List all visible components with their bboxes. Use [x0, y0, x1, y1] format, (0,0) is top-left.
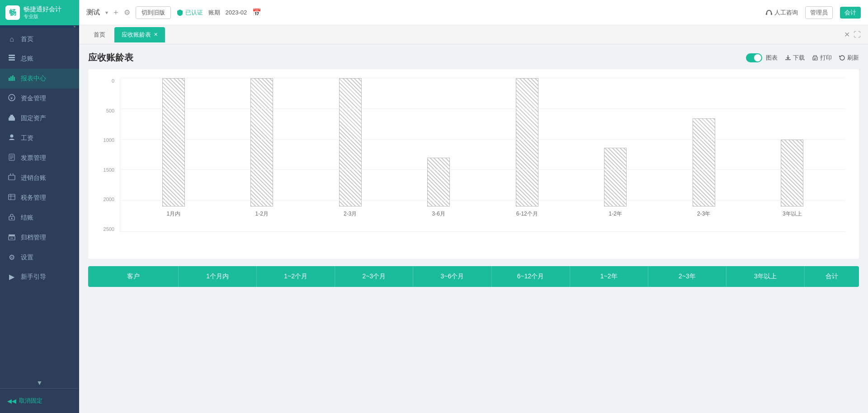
svg-text:¥: ¥ [10, 96, 13, 100]
toggle-track[interactable] [746, 53, 762, 62]
tabs-bar: 首页 应收账龄表 ✕ ✕ ⛶ [79, 25, 868, 44]
wages-icon [7, 134, 16, 143]
sidebar-scroll-down[interactable]: ▼ [37, 379, 43, 386]
calendar-icon[interactable]: 📅 [252, 8, 261, 17]
add-button[interactable]: + [113, 9, 118, 17]
sidebar-item-tax[interactable]: 税务管理 [0, 188, 79, 208]
toggle-thumb [754, 54, 761, 61]
sidebar-item-reports[interactable]: 报表中心 [0, 69, 79, 89]
refresh-icon [839, 55, 845, 61]
sidebar-item-home[interactable]: ⌂ 首页 [0, 30, 79, 49]
guide-icon: ▶ [7, 272, 16, 281]
report-header: 应收账龄表 图表 下载 [88, 52, 859, 64]
col-customer: 客户 [88, 266, 179, 287]
col-2-3year: 2~3年 [648, 266, 726, 287]
sidebar-item-settings[interactable]: ⚙ 设置 [0, 248, 79, 267]
report-title: 应收账龄表 [88, 52, 133, 64]
main-area: 测试 ▾ + ⚙ 切到旧版 已认证 账期 2023-02 📅 人工咨询 管理员 … [79, 0, 868, 413]
sidebar-item-guide-label: 新手引导 [21, 273, 46, 281]
sidebar-bottom: ◀◀ 取消固定 [0, 388, 79, 413]
sidebar-item-close[interactable]: 结账 [0, 208, 79, 228]
sidebar-item-capital[interactable]: ¥ 资金管理 [0, 89, 79, 108]
col-1-2month: 1~2个月 [257, 266, 335, 287]
refresh-label: 刷新 [847, 54, 859, 62]
svg-rect-26 [766, 13, 767, 15]
grid-line-2500 [120, 78, 845, 78]
y-label-500: 500 [102, 108, 114, 113]
archive-icon [7, 233, 16, 242]
grid-line-1000 [120, 169, 845, 170]
tab-home[interactable]: 首页 [86, 27, 113, 42]
col-3-6month: 3~6个月 [413, 266, 491, 287]
sidebar-item-assets-label: 固定资产 [21, 114, 46, 122]
period-label: 账期 [208, 9, 220, 17]
sidebar-nav: ⌂ 首页 总账 报表中心 ¥ 资金管理 [0, 28, 79, 377]
col-total: 合计 [805, 266, 859, 287]
print-icon [812, 55, 818, 61]
home-icon: ⌂ [7, 35, 16, 43]
download-button[interactable]: 下载 [785, 54, 805, 62]
topbar-right: 人工咨询 管理员 会计 [765, 6, 861, 19]
tab-aging[interactable]: 应收账龄表 ✕ [114, 27, 165, 42]
chart-toggle[interactable]: 图表 [746, 53, 778, 62]
window-expand-button[interactable]: ⛶ [854, 30, 861, 39]
svg-rect-11 [10, 115, 13, 117]
col-6-12month: 6~12个月 [492, 266, 570, 287]
user-button[interactable]: 管理员 [805, 6, 833, 19]
y-label-2000: 2000 [102, 197, 114, 202]
sidebar-item-invoice[interactable]: 发票管理 [0, 148, 79, 168]
sidebar-item-guide[interactable]: ▶ 新手引导 [0, 267, 79, 286]
sales-icon [7, 174, 16, 183]
y-label-0: 0 [102, 78, 114, 84]
grid-line-1500 [120, 139, 845, 140]
headset-icon [765, 9, 773, 16]
tab-close-icon[interactable]: ✕ [154, 32, 158, 38]
sidebar-item-archive[interactable]: 归档管理 [0, 228, 79, 248]
settings-icon: ⚙ [7, 253, 16, 262]
app-edition: 专业版 [24, 13, 61, 20]
dropdown-arrow-icon[interactable]: ▾ [105, 9, 108, 16]
company-name: 测试 [86, 8, 100, 17]
certified-text: 已认证 [185, 9, 203, 17]
svg-rect-29 [814, 58, 816, 59]
sidebar-logo: 畅 畅捷通好会计 专业版 [0, 0, 79, 25]
sidebar-item-settings-label: 设置 [21, 253, 33, 262]
svg-rect-0 [9, 55, 15, 56]
invoice-icon [7, 154, 16, 163]
chart-area: 2500 2000 1500 1000 500 0 [102, 78, 845, 232]
download-icon [785, 55, 791, 61]
sidebar-item-wages[interactable]: 工资 [0, 128, 79, 148]
sidebar-item-close-label: 结账 [21, 214, 33, 222]
old-version-button[interactable]: 切到旧版 [136, 6, 171, 19]
chart-body: 1月内 1-2月 2-3月 [120, 78, 845, 232]
print-button[interactable]: 打印 [812, 54, 832, 62]
tab-home-label: 首页 [94, 31, 105, 39]
svg-rect-6 [14, 77, 15, 81]
refresh-button[interactable]: 刷新 [839, 54, 859, 62]
svg-point-22 [11, 218, 13, 219]
svg-rect-30 [814, 59, 816, 60]
settings-button[interactable]: ⚙ [124, 8, 130, 17]
toggle-label: 图表 [766, 54, 778, 62]
role-button[interactable]: 会计 [840, 7, 861, 19]
help-button[interactable]: 人工咨询 [765, 9, 798, 17]
period-value: 2023-02 [226, 9, 247, 16]
chart-y-axis: 2500 2000 1500 1000 500 0 [102, 78, 120, 232]
y-label-1500: 1500 [102, 167, 114, 173]
close-period-icon [7, 213, 16, 222]
cancel-fixed-button[interactable]: ◀◀ 取消固定 [0, 392, 79, 409]
page-content: 应收账龄表 图表 下载 [79, 44, 868, 413]
sidebar-item-assets[interactable]: 固定资产 [0, 108, 79, 128]
svg-rect-23 [9, 235, 15, 236]
sidebar-item-home-label: 首页 [21, 35, 33, 43]
sidebar-item-ledger[interactable]: 总账 [0, 49, 79, 69]
sidebar: 畅 畅捷通好会计 专业版 ⌂ 首页 总账 报表中心 [0, 0, 79, 413]
cancel-fixed-label: 取消固定 [19, 397, 42, 405]
window-close-button[interactable]: ✕ [844, 30, 850, 39]
table-container: 客户 1个月内 1~2个月 2~3个月 3~6个月 6~12个月 1~2年 2~… [88, 266, 859, 287]
col-3plus-year: 3年以上 [726, 266, 805, 287]
assets-icon [7, 114, 16, 123]
print-label: 打印 [820, 54, 832, 62]
col-1month: 1个月内 [179, 266, 257, 287]
sidebar-item-sales[interactable]: 进销台账 [0, 168, 79, 188]
